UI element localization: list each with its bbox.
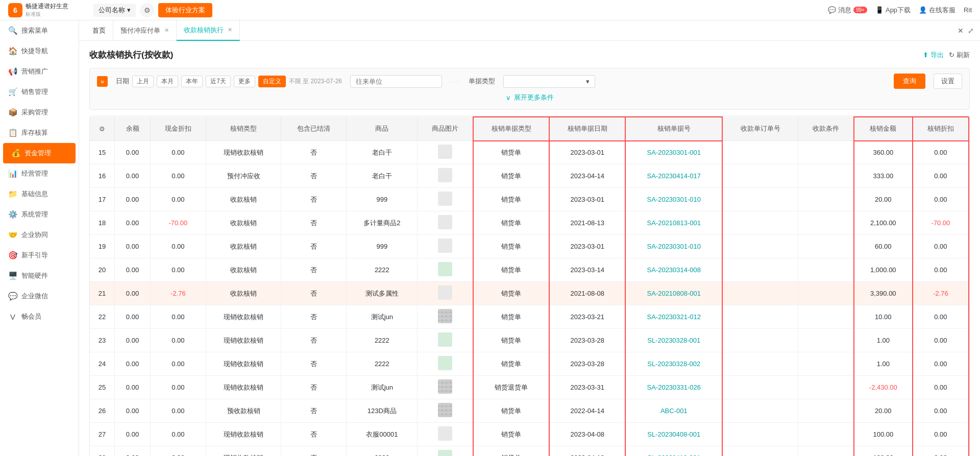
sidebar-item-basic[interactable]: 📁 基础信息 (0, 184, 79, 204)
cell-collection-order (722, 141, 798, 164)
cell-verify-date: 2023-03-28 (549, 352, 625, 376)
cell-goods-img (418, 352, 474, 376)
date-btn-custom[interactable]: 自定义 (258, 76, 286, 87)
goods-thumbnail (438, 238, 452, 253)
home-icon: 🏠 (8, 46, 17, 56)
cell-verify-amount: 3,390.00 (854, 282, 913, 305)
cell-cash-discount: 0.00 (151, 446, 206, 457)
sidebar-item-enterprise[interactable]: 🤝 企业协同 (0, 225, 79, 245)
sidebar-item-hardware[interactable]: 🖥️ 智能硬件 (0, 266, 79, 286)
cell-balance: 0.00 (115, 352, 151, 376)
cell-verify-date: 2023-03-31 (549, 376, 625, 399)
tab-collection-close[interactable]: ✕ (228, 27, 232, 33)
sidebar-item-search[interactable]: 🔍 搜索菜单 (0, 20, 79, 41)
cell-cash-discount: 0.00 (151, 258, 206, 282)
refresh-button[interactable]: ↻ 刷新 (949, 51, 970, 60)
th-cash-discount: 现金折扣 (151, 117, 206, 141)
setting-button[interactable]: 设置 (934, 74, 962, 89)
cell-verify-date: 2023-03-01 (549, 235, 625, 258)
table-row: 19 0.00 0.00 收款核销 否 999 销货单 2023-03-01 S… (90, 235, 969, 258)
solution-button[interactable]: 体验行业方案 (158, 3, 212, 17)
tab-prepaid[interactable]: 预付冲应付单 ✕ (113, 20, 177, 41)
bill-number-link[interactable]: SL-20230328-002 (647, 360, 700, 368)
refresh-icon: ↻ (949, 51, 954, 59)
company-selector[interactable]: 公司名称 ▾ (93, 4, 136, 17)
th-settings[interactable]: ⚙ (90, 117, 115, 141)
cell-verify-type: 收款核销 (206, 282, 281, 305)
cell-verify-discount: 0.00 (913, 305, 969, 329)
cell-verify-discount: 0.00 (913, 446, 969, 457)
sidebar-item-sales[interactable]: 🛒 销售管理 (0, 82, 79, 102)
bill-number-link[interactable]: SA-20230301-001 (647, 149, 701, 156)
th-collection-order: 收款单订单号 (722, 117, 798, 141)
cell-verify-amount: 10.00 (854, 305, 913, 329)
expand-more-conditions[interactable]: ∨ 展开更多条件 (97, 93, 962, 102)
date-btn-last-month[interactable]: 上月 (132, 76, 154, 87)
date-btn-this-month[interactable]: 本月 (157, 76, 178, 87)
page-title: 收款核销执行(按收款) (89, 49, 173, 61)
bill-number-link[interactable]: SL-20230418-001 (647, 454, 700, 456)
table-row: 20 0.00 0.00 收款核销 否 2222 销货单 2023-03-14 … (90, 258, 969, 282)
bill-number-link[interactable]: SA-20230301-010 (647, 243, 701, 250)
sidebar-item-marketing[interactable]: 📢 营销推广 (0, 61, 79, 82)
table-row: 25 0.00 0.00 现销收款核销 否 测试jun 销货退货单 2023-0… (90, 376, 969, 399)
query-button[interactable]: 查询 (894, 74, 925, 89)
settings-button[interactable]: ⚙ (140, 3, 154, 17)
th-collection-condition: 收款条件 (798, 117, 854, 141)
notification-button[interactable]: 💬 消息 99+ (828, 6, 867, 15)
sidebar-item-system[interactable]: ⚙️ 系统管理 (0, 204, 79, 225)
sidebar-item-label: 搜索菜单 (21, 26, 48, 35)
tab-maximize-button[interactable]: ⤢ (968, 27, 974, 35)
cell-verify-date: 2023-03-28 (549, 329, 625, 352)
sidebar-item-purchase[interactable]: 📦 采购管理 (0, 102, 79, 123)
date-btn-more[interactable]: 更多 (234, 76, 255, 87)
goods-thumbnail (438, 379, 452, 394)
app-download-button[interactable]: 📱 App下载 (875, 6, 911, 15)
th-verify-type: 核销类型 (206, 117, 281, 141)
sidebar-item-shortcut[interactable]: 🏠 快捷导航 (0, 41, 79, 61)
date-btn-last-7days[interactable]: 近7天 (206, 76, 231, 87)
bill-number-link[interactable]: SA-20230414-017 (647, 172, 701, 180)
bill-number-link[interactable]: SL-20230328-001 (647, 337, 700, 344)
cell-included: 否 (281, 235, 347, 258)
cell-goods: 老白干 (347, 141, 418, 164)
bill-number-link[interactable]: SA-20210813-001 (647, 219, 701, 227)
user-name[interactable]: Rit (964, 6, 972, 14)
single-type-select[interactable]: ▾ (503, 75, 595, 88)
tab-close-window-button[interactable]: ✕ (958, 27, 964, 35)
bill-number-link[interactable]: SA-20210808-001 (647, 290, 701, 297)
bill-number-link[interactable]: ABC-001 (660, 407, 688, 415)
tab-collection[interactable]: 收款核销执行 ✕ (177, 20, 240, 41)
search-icon: 🔍 (8, 26, 17, 35)
bill-number-link[interactable]: SL-20230408-001 (647, 430, 700, 438)
bill-number-link[interactable]: SA-20230314-008 (647, 266, 701, 274)
cell-verify-discount: 0.00 (913, 423, 969, 446)
cell-included: 否 (281, 352, 347, 376)
sidebar-item-member[interactable]: V 畅会员 (0, 306, 79, 327)
cell-balance: 0.00 (115, 423, 151, 446)
date-btn-this-year[interactable]: 本年 (181, 76, 203, 87)
cell-balance: 0.00 (115, 164, 151, 188)
sidebar-item-operation[interactable]: 📊 经营管理 (0, 163, 79, 184)
tab-prepaid-close[interactable]: ✕ (164, 27, 169, 34)
sidebar-item-label: 新手引导 (21, 251, 48, 260)
bill-number-link[interactable]: SA-20230301-010 (647, 196, 701, 203)
bill-number-link[interactable]: SA-20230321-012 (647, 313, 701, 321)
bill-number-link[interactable]: SA-20230331-026 (647, 383, 701, 391)
tab-home[interactable]: 首页 (85, 20, 113, 41)
cell-balance: 0.00 (115, 446, 151, 457)
cell-verify-type: 收款核销 (206, 188, 281, 211)
sidebar-item-newguide[interactable]: 🎯 新手引导 (0, 245, 79, 266)
cell-balance: 0.00 (115, 141, 151, 164)
online-service-button[interactable]: 👤 在线客服 (919, 6, 955, 15)
expand-collapse-btn[interactable]: » (97, 76, 108, 87)
th-include-cleared: 包含已结清 (281, 117, 347, 141)
cell-goods-img (418, 399, 474, 423)
cell-verify-discount: -70.00 (913, 211, 969, 235)
export-button[interactable]: ⬆ 导出 (923, 51, 944, 60)
sidebar-item-wechat[interactable]: 💬 企业微信 (0, 286, 79, 306)
from-unit-input[interactable] (350, 75, 442, 88)
sidebar-item-finance[interactable]: 💰 资金管理 (3, 143, 76, 163)
sidebar-item-inventory[interactable]: 📋 库存核算 (0, 123, 79, 143)
column-settings-icon[interactable]: ⚙ (95, 122, 109, 136)
